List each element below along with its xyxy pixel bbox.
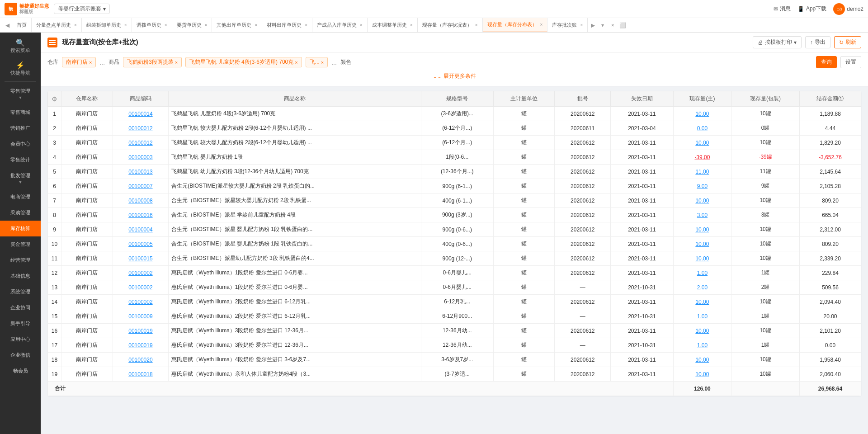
cell-code[interactable]: 00100005 bbox=[113, 237, 169, 251]
tab-batch-voucher-close[interactable]: × bbox=[580, 23, 583, 28]
cell-qty-main[interactable]: 10.00 bbox=[673, 353, 731, 367]
cell-qty-main[interactable]: 10.00 bbox=[673, 222, 731, 237]
product-tag-1-close[interactable]: × bbox=[175, 60, 178, 65]
tab-next-btn[interactable]: ▶ bbox=[588, 18, 598, 33]
cell-code[interactable]: 00100004 bbox=[113, 222, 169, 237]
cell-qty-main[interactable]: 1.00 bbox=[673, 309, 731, 324]
sidebar-item-vip[interactable]: 畅会员 bbox=[0, 363, 41, 379]
product-tag-2[interactable]: 飞鹤星飞帆 儿童奶粉 4段(3-6岁适用) 700克 × bbox=[185, 57, 302, 67]
sidebar-item-basic[interactable]: 基础信息 bbox=[0, 268, 41, 284]
cell-qty-main[interactable]: 10.00 bbox=[673, 237, 731, 251]
warehouse-ellipsis[interactable]: ... bbox=[99, 59, 105, 66]
tab-close-all-btn[interactable]: × bbox=[608, 18, 618, 33]
cell-qty-main[interactable]: 2.00 bbox=[673, 280, 731, 295]
tab-disassemble[interactable]: 组装拆卸单历史 × bbox=[82, 18, 132, 33]
search-btn[interactable]: 查询 bbox=[816, 56, 837, 68]
tab-split-close[interactable]: × bbox=[74, 23, 77, 28]
app-download-btn[interactable]: 📱 App下载 bbox=[797, 5, 826, 13]
sidebar-item-member[interactable]: 会员中心 bbox=[0, 136, 41, 152]
tab-cost-adjust-close[interactable]: × bbox=[410, 23, 413, 28]
sidebar-item-inventory[interactable]: 库存核算 bbox=[0, 221, 41, 236]
tab-requisition-close[interactable]: × bbox=[205, 23, 208, 28]
product-tag-3-close[interactable]: × bbox=[321, 60, 324, 65]
tab-requisition[interactable]: 要货单历史 × bbox=[172, 18, 212, 33]
sidebar-search[interactable]: 🔍 搜索菜单 bbox=[10, 35, 30, 57]
cell-code[interactable]: 00100002 bbox=[113, 266, 169, 280]
tab-dropdown-btn[interactable]: ▾ bbox=[598, 18, 608, 33]
cell-qty-main[interactable]: 9.00 bbox=[673, 179, 731, 193]
cell-code[interactable]: 00100013 bbox=[113, 165, 169, 179]
tab-disassemble-close[interactable]: × bbox=[124, 23, 127, 28]
cell-code[interactable]: 00100019 bbox=[113, 338, 169, 353]
cell-code[interactable]: 00100002 bbox=[113, 295, 169, 309]
cell-code[interactable]: 00100019 bbox=[113, 324, 169, 338]
tab-batch-voucher[interactable]: 库存批次账 × bbox=[547, 18, 588, 33]
cell-code[interactable]: 00100012 bbox=[113, 136, 169, 150]
sidebar-item-app-center[interactable]: 应用中心 bbox=[0, 331, 41, 347]
setting-btn[interactable]: 设置 bbox=[840, 56, 861, 68]
cell-qty-main[interactable]: 10.00 bbox=[673, 367, 731, 382]
sidebar-item-retail-stats[interactable]: 零售统计 bbox=[0, 152, 41, 168]
cell-code[interactable]: 00100018 bbox=[113, 367, 169, 382]
cell-code[interactable]: 00100014 bbox=[113, 107, 169, 121]
cell-code[interactable]: 00100012 bbox=[113, 121, 169, 136]
sidebar-item-collab[interactable]: 企业协同 bbox=[0, 300, 41, 316]
expand-conditions-btn[interactable]: ⌄⌄ 展开更多条件 bbox=[433, 72, 476, 80]
tab-prev-btn[interactable]: ◀ bbox=[2, 18, 12, 33]
cell-qty-main[interactable]: 0.00 bbox=[673, 121, 731, 136]
refresh-btn[interactable]: ↻ 刷新 bbox=[834, 36, 861, 48]
export-btn[interactable]: ↑ 导出 bbox=[805, 36, 830, 48]
sidebar-item-wechat[interactable]: 企业微信 bbox=[0, 347, 41, 363]
cell-qty-main[interactable]: 3.00 bbox=[673, 208, 731, 222]
tab-material-out-close[interactable]: × bbox=[305, 23, 307, 28]
cell-code[interactable]: 00100016 bbox=[113, 208, 169, 222]
expand-sidebar-btn[interactable] bbox=[47, 38, 57, 47]
sidebar-item-retail-manage[interactable]: 零售管理 ▼ bbox=[0, 83, 41, 104]
tab-stock-status-close[interactable]: × bbox=[475, 23, 478, 28]
tab-split-inventory[interactable]: 分量盘点单历史 × bbox=[32, 18, 82, 33]
cell-qty-main[interactable]: 10.00 bbox=[673, 324, 731, 338]
cell-code[interactable]: 00100015 bbox=[113, 251, 169, 266]
product-ellipsis[interactable]: ... bbox=[331, 59, 337, 66]
sidebar-item-wholesale[interactable]: 批发管理 ▼ bbox=[0, 168, 41, 189]
workspace-selector[interactable]: 母婴行业演示账套 ▾ bbox=[54, 4, 110, 14]
cell-qty-main[interactable]: 10.00 bbox=[673, 251, 731, 266]
message-btn[interactable]: ✉ 消息 bbox=[774, 5, 791, 13]
tab-stock-dist-close[interactable]: × bbox=[540, 22, 543, 27]
sidebar-item-retail-shop[interactable]: 零售商城 bbox=[0, 104, 41, 120]
sidebar-item-system[interactable]: 系统管理 bbox=[0, 284, 41, 300]
sidebar-item-finance[interactable]: 资金管理 bbox=[0, 236, 41, 252]
sidebar-item-purchase[interactable]: 采购管理 bbox=[0, 205, 41, 221]
tab-stock-status[interactable]: 现存量（库存状况表） × bbox=[418, 18, 483, 33]
tab-home[interactable]: 首页 bbox=[12, 18, 32, 33]
cell-qty-main[interactable]: 10.00 bbox=[673, 295, 731, 309]
tab-transfer[interactable]: 调拨单历史 × bbox=[132, 18, 172, 33]
sidebar-quick-nav[interactable]: ⚡ 快捷导航 bbox=[10, 57, 30, 80]
tab-other-out-close[interactable]: × bbox=[255, 23, 257, 28]
tab-product-in-close[interactable]: × bbox=[360, 23, 363, 28]
settings-icon[interactable]: ⚙ bbox=[52, 95, 57, 103]
sidebar-item-ecommerce[interactable]: 电商管理 bbox=[0, 189, 41, 205]
cell-qty-main[interactable]: 1.00 bbox=[673, 338, 731, 353]
cell-code[interactable]: 00100007 bbox=[113, 179, 169, 193]
cell-code[interactable]: 00100003 bbox=[113, 150, 169, 165]
tab-cost-adjust[interactable]: 成本调整单历史 × bbox=[368, 18, 418, 33]
sidebar-item-guide[interactable]: 新手引导 bbox=[0, 316, 41, 331]
cell-qty-main[interactable]: 10.00 bbox=[673, 107, 731, 121]
cell-qty-main[interactable]: -39.00 bbox=[673, 150, 731, 165]
cell-qty-main[interactable]: 11.00 bbox=[673, 165, 731, 179]
product-tag-2-close[interactable]: × bbox=[295, 60, 297, 65]
tab-other-out[interactable]: 其他出库单历史 × bbox=[212, 18, 262, 33]
cell-qty-main[interactable]: 1.00 bbox=[673, 266, 731, 280]
user-avatar-area[interactable]: Ea demo2 bbox=[833, 3, 863, 15]
tab-maximize-btn[interactable]: ⬜ bbox=[618, 18, 627, 33]
warehouse-tag-close[interactable]: × bbox=[89, 60, 92, 65]
cell-code[interactable]: 00100009 bbox=[113, 309, 169, 324]
sidebar-item-operation[interactable]: 经营管理 bbox=[0, 252, 41, 268]
cell-code[interactable]: 00100020 bbox=[113, 353, 169, 367]
cell-qty-main[interactable]: 10.00 bbox=[673, 193, 731, 208]
tab-product-in[interactable]: 产成品入库单历史 × bbox=[312, 18, 368, 33]
sidebar-item-marketing[interactable]: 营销推广 bbox=[0, 120, 41, 136]
print-btn[interactable]: 🖨 按模板打印 ▾ bbox=[753, 36, 802, 48]
product-tag-3[interactable]: 飞... × bbox=[306, 57, 328, 67]
